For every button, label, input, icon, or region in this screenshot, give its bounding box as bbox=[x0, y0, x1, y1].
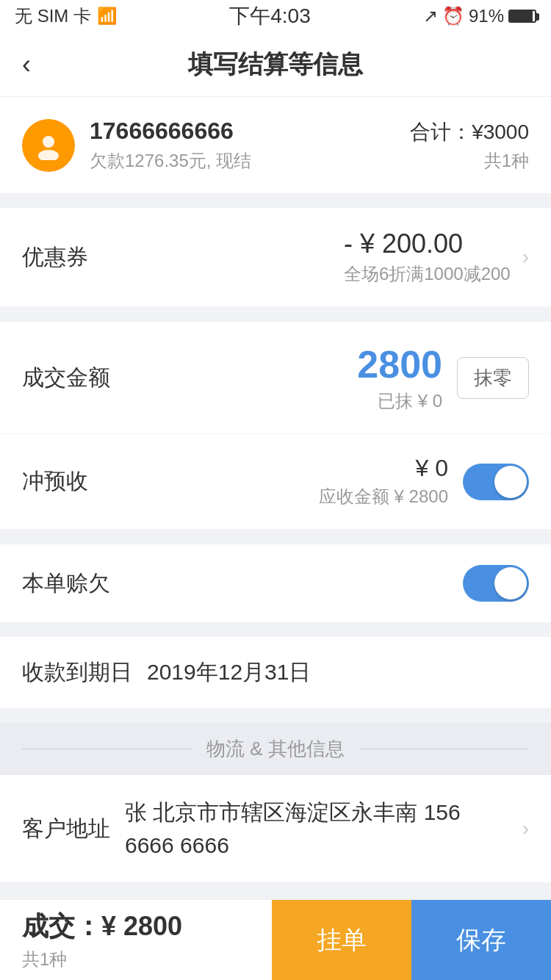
wifi-icon: 📶 bbox=[97, 7, 117, 26]
coupon-amount: - ¥ 200.00 bbox=[344, 228, 511, 259]
customer-info: 17666666666 欠款1276.35元, 现结 bbox=[90, 118, 251, 173]
page-title: 填写结算等信息 bbox=[188, 48, 363, 82]
customer-right: 合计：¥3000 共1种 bbox=[410, 118, 529, 173]
pre-sub: 应收金额 ¥ 2800 bbox=[319, 485, 448, 508]
due-date-row: 收款到期日 2019年12月31日 bbox=[0, 637, 551, 708]
credit-toggle-knob bbox=[494, 567, 527, 599]
address-label: 客户地址 bbox=[22, 814, 110, 844]
address-chevron-icon: › bbox=[522, 817, 529, 840]
bottom-bar: 成交：¥ 2800 共1种 挂单 保存 bbox=[0, 899, 551, 980]
gray-divider-1 bbox=[0, 193, 551, 208]
customer-sub: 欠款1276.35元, 现结 bbox=[90, 149, 251, 173]
carrier-text: 无 SIM 卡 bbox=[15, 4, 91, 28]
round-button[interactable]: 抹零 bbox=[457, 357, 529, 399]
coupon-right: - ¥ 200.00 全场6折满1000减200 › bbox=[344, 228, 529, 286]
back-button[interactable]: ‹ bbox=[22, 49, 31, 80]
gray-divider-4 bbox=[0, 622, 551, 637]
status-time: 下午4:03 bbox=[229, 2, 311, 30]
divider-line-left bbox=[22, 749, 192, 749]
address-content: 张 北京市市辖区海淀区永丰南 156 6666 6666 bbox=[125, 796, 508, 862]
deal-amount-number: 2800 bbox=[357, 342, 442, 386]
location-icon: ↗ bbox=[423, 6, 438, 26]
credit-row: 本单赊欠 bbox=[0, 544, 551, 622]
deal-amount-wrap: 2800 已抹 ¥ 0 bbox=[357, 342, 442, 413]
credit-label: 本单赊欠 bbox=[22, 569, 110, 599]
customer-count: 共1种 bbox=[410, 149, 529, 173]
section-divider: 物流 & 其他信息 bbox=[0, 723, 551, 775]
alarm-icon: ⏰ bbox=[442, 6, 464, 26]
coupon-desc: 全场6折满1000减200 bbox=[344, 262, 511, 286]
svg-point-0 bbox=[43, 136, 54, 148]
pre-collect-row: 冲预收 ¥ 0 应收金额 ¥ 2800 bbox=[0, 434, 551, 530]
status-bar: 无 SIM 卡 📶 下午4:03 ↗ ⏰ 91% bbox=[0, 0, 551, 32]
gray-divider-5 bbox=[0, 708, 551, 723]
coupon-label: 优惠券 bbox=[22, 242, 88, 273]
status-right: ↗ ⏰ 91% bbox=[423, 6, 536, 26]
divider-line-right bbox=[359, 749, 529, 749]
gray-divider-3 bbox=[0, 530, 551, 544]
nav-bar: ‹ 填写结算等信息 bbox=[0, 32, 551, 97]
battery-icon bbox=[508, 10, 536, 23]
coupon-row[interactable]: 优惠券 - ¥ 200.00 全场6折满1000减200 › bbox=[0, 208, 551, 307]
bottom-count: 共1种 bbox=[22, 948, 250, 971]
bottom-summary: 成交：¥ 2800 共1种 bbox=[0, 909, 272, 971]
deal-label: 成交金额 bbox=[22, 363, 110, 393]
customer-total: 合计：¥3000 bbox=[410, 118, 529, 146]
battery-percent: 91% bbox=[469, 6, 504, 26]
pre-amount: ¥ 0 bbox=[319, 455, 448, 482]
toggle-knob bbox=[494, 466, 527, 498]
deal-amount-sub: 已抹 ¥ 0 bbox=[357, 389, 442, 413]
pre-collect-label: 冲预收 bbox=[22, 466, 88, 497]
customer-row: 17666666666 欠款1276.35元, 现结 合计：¥3000 共1种 bbox=[0, 97, 551, 193]
pre-right: ¥ 0 应收金额 ¥ 2800 bbox=[319, 455, 529, 508]
hang-button[interactable]: 挂单 bbox=[272, 900, 411, 981]
pre-amount-wrap: ¥ 0 应收金额 ¥ 2800 bbox=[319, 455, 448, 508]
due-date-value: 2019年12月31日 bbox=[147, 657, 311, 688]
deal-right: 2800 已抹 ¥ 0 抹零 bbox=[357, 342, 529, 413]
chevron-icon: › bbox=[522, 245, 529, 269]
address-row[interactable]: 客户地址 张 北京市市辖区海淀区永丰南 156 6666 6666 › bbox=[0, 775, 551, 882]
avatar bbox=[22, 119, 75, 172]
gray-divider-2 bbox=[0, 307, 551, 322]
svg-point-1 bbox=[38, 150, 59, 160]
content: 17666666666 欠款1276.35元, 现结 合计：¥3000 共1种 … bbox=[0, 97, 551, 980]
customer-phone: 17666666666 bbox=[90, 118, 251, 145]
pre-collect-toggle[interactable] bbox=[463, 464, 529, 500]
credit-toggle[interactable] bbox=[463, 565, 529, 602]
save-button[interactable]: 保存 bbox=[411, 900, 551, 981]
deal-amount-row: 成交金额 2800 已抹 ¥ 0 抹零 bbox=[0, 322, 551, 434]
due-date-label: 收款到期日 bbox=[22, 657, 132, 688]
customer-left: 17666666666 欠款1276.35元, 现结 bbox=[22, 118, 251, 173]
divider-text: 物流 & 其他信息 bbox=[206, 736, 345, 762]
bottom-deal-amount: 成交：¥ 2800 bbox=[22, 909, 250, 945]
status-left: 无 SIM 卡 📶 bbox=[15, 4, 117, 28]
